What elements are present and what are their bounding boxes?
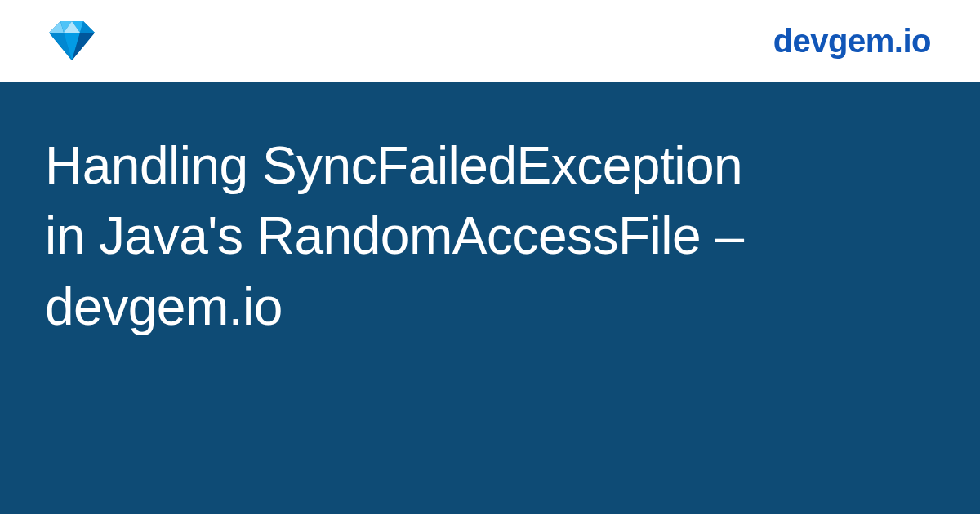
gem-icon: [49, 21, 95, 60]
header: devgem.io: [0, 0, 980, 82]
page-title: Handling SyncFailedException in Java's R…: [45, 131, 747, 342]
brand-wordmark: devgem.io: [773, 23, 931, 60]
main-content: Handling SyncFailedException in Java's R…: [0, 82, 980, 514]
